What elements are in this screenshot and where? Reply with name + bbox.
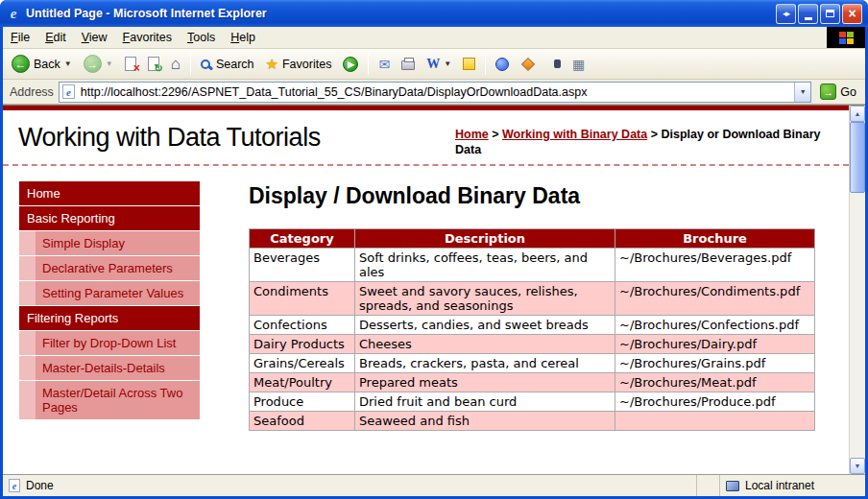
- breadcrumb-link-working-with-binary-data[interactable]: Working with Binary Data: [502, 128, 647, 141]
- cell-brochure: ~/Brochures/Confections.pdf: [615, 316, 815, 335]
- address-bar: Address e ▼ → Go: [3, 80, 865, 105]
- page-body: Home Basic Reporting Simple Display Decl…: [3, 166, 849, 472]
- stop-icon: ×: [125, 57, 136, 71]
- word-icon: W: [426, 58, 440, 71]
- main-content: Display / Download Binary Data Category …: [249, 178, 828, 431]
- table-row: Dairy Products Cheeses ~/Brochures/Dairy…: [250, 335, 815, 354]
- sidebar-item-home[interactable]: Home: [19, 181, 200, 205]
- scroll-down-button[interactable]: ▼: [850, 458, 865, 474]
- research-icon: [521, 57, 535, 70]
- close-button[interactable]: ×: [842, 4, 862, 24]
- status-text: Done: [26, 479, 54, 492]
- menu-file[interactable]: File: [3, 27, 37, 48]
- cell-description: Dried fruit and bean curd: [354, 392, 615, 412]
- col-header-brochure: Brochure: [615, 229, 815, 249]
- notes-button[interactable]: [458, 55, 480, 73]
- home-button[interactable]: ⌂: [166, 53, 185, 75]
- maximize-icon: [826, 10, 834, 17]
- browser-viewport: Working with Data Tutorials Home > Worki…: [3, 105, 865, 474]
- scroll-up-button[interactable]: ▲: [850, 106, 865, 122]
- edit-with-word-button[interactable]: W ▼: [422, 55, 456, 74]
- table-row: Condiments Sweet and savory sauces, reli…: [250, 282, 815, 316]
- address-input[interactable]: [79, 84, 794, 100]
- menu-help[interactable]: Help: [223, 27, 263, 48]
- page-title: Display / Download Binary Data: [249, 183, 828, 209]
- refresh-icon: ↻: [148, 57, 159, 71]
- scrollbar-thumb[interactable]: [850, 122, 865, 193]
- cell-description: Cheeses: [354, 335, 615, 354]
- print-button[interactable]: [397, 55, 420, 73]
- windows-flag-throbber: [827, 27, 865, 48]
- go-button[interactable]: → Go: [816, 83, 860, 100]
- messenger-button[interactable]: [491, 55, 514, 74]
- media-button[interactable]: ▶: [338, 54, 363, 75]
- browser-window: e Untitled Page - Microsoft Internet Exp…: [0, 0, 868, 499]
- local-intranet-icon: [726, 481, 739, 491]
- cell-description: Seaweed and fish: [354, 412, 615, 431]
- minimize-icon: [805, 17, 812, 20]
- minimize-button[interactable]: [798, 4, 818, 24]
- categories-table: Category Description Brochure Beverages …: [249, 228, 815, 431]
- breadcrumb: Home > Working with Binary Data > Displa…: [455, 127, 833, 157]
- cell-category: Beverages: [250, 249, 355, 282]
- mail-icon: ✉: [378, 58, 390, 71]
- sidebar-item-declarative-parameters[interactable]: Declarative Parameters: [36, 256, 200, 280]
- breadcrumb-separator: >: [492, 128, 498, 141]
- vertical-scrollbar[interactable]: ▲ ▼: [849, 106, 865, 474]
- research-button[interactable]: [516, 55, 541, 74]
- sidebar-item-simple-display[interactable]: Simple Display: [36, 231, 200, 255]
- security-zone-panel: Local intranet: [719, 475, 865, 496]
- sidebar-item-master-details-details[interactable]: Master-Details-Details: [36, 356, 200, 380]
- back-button[interactable]: ← Back ▼: [7, 52, 77, 76]
- sidebar-item-setting-parameter-values[interactable]: Setting Parameter Values: [36, 281, 200, 305]
- cell-description: Prepared meats: [354, 373, 615, 392]
- cell-brochure: ~/Brochures/Grains.pdf: [615, 354, 815, 373]
- search-button[interactable]: Search: [196, 55, 259, 74]
- window-size-button[interactable]: ◂▸: [776, 4, 796, 24]
- notes-icon: [463, 58, 475, 70]
- home-icon: ⌂: [171, 56, 181, 72]
- cell-brochure: ~/Brochures/Meat.pdf: [615, 373, 815, 392]
- search-label: Search: [216, 58, 254, 71]
- breadcrumb-link-home[interactable]: Home: [455, 128, 489, 141]
- sidebar-item-basic-reporting[interactable]: Basic Reporting: [19, 206, 200, 230]
- title-bar[interactable]: e Untitled Page - Microsoft Internet Exp…: [0, 0, 868, 27]
- binoculars-icon: [547, 59, 561, 68]
- menu-tools[interactable]: Tools: [180, 27, 223, 48]
- window-controls: ◂▸ ×: [776, 4, 862, 24]
- cell-brochure: ~/Brochures/Condiments.pdf: [615, 282, 815, 316]
- sidebar-subitem-wrap: Declarative Parameters: [19, 256, 200, 280]
- cell-description: Soft drinks, coffees, teas, beers, and a…: [354, 249, 615, 282]
- browser-chrome: File Edit View Favorites Tools Help ← Ba…: [3, 27, 865, 496]
- sidebar-subitem-wrap: Setting Parameter Values: [19, 281, 200, 305]
- windows-flag-icon: [839, 32, 854, 44]
- cell-category: Grains/Cereals: [250, 354, 355, 373]
- back-dropdown-icon: ▼: [64, 59, 72, 68]
- menu-edit[interactable]: Edit: [37, 27, 74, 48]
- cell-category: Confections: [250, 316, 355, 335]
- menu-favorites[interactable]: Favorites: [115, 27, 180, 48]
- quick-launch-button[interactable]: ▦: [567, 55, 590, 74]
- address-dropdown-button[interactable]: ▼: [794, 83, 810, 102]
- cell-category: Meat/Poultry: [250, 373, 355, 392]
- cell-description: Breads, crackers, pasta, and cereal: [354, 354, 615, 373]
- address-field: e ▼: [59, 82, 811, 103]
- sidebar-nav: Home Basic Reporting Simple Display Decl…: [19, 181, 200, 420]
- page-header: Working with Data Tutorials Home > Worki…: [3, 110, 849, 166]
- sidebar-item-filtering-reports[interactable]: Filtering Reports: [19, 306, 200, 330]
- forward-button[interactable]: → ▼: [79, 52, 118, 76]
- maximize-button[interactable]: [820, 4, 840, 24]
- sidebar-item-filter-by-drop-down-list[interactable]: Filter by Drop-Down List: [36, 331, 200, 355]
- sidebar-subitem-wrap: Simple Display: [19, 231, 200, 255]
- grid-icon: ▦: [572, 58, 585, 71]
- binoculars-button[interactable]: [542, 57, 566, 71]
- stop-button[interactable]: ×: [120, 54, 141, 74]
- refresh-button[interactable]: ↻: [143, 54, 164, 74]
- sidebar-item-master-detail-across-two-pages[interactable]: Master/Detail Across Two Pages: [36, 381, 200, 419]
- favorites-button[interactable]: ★ Favorites: [261, 54, 337, 74]
- toolbar-separator: [190, 54, 191, 75]
- edit-dropdown-icon: ▼: [444, 59, 451, 68]
- mail-button[interactable]: ✉: [374, 55, 395, 74]
- done-page-icon: e: [9, 479, 20, 492]
- menu-view[interactable]: View: [74, 27, 115, 48]
